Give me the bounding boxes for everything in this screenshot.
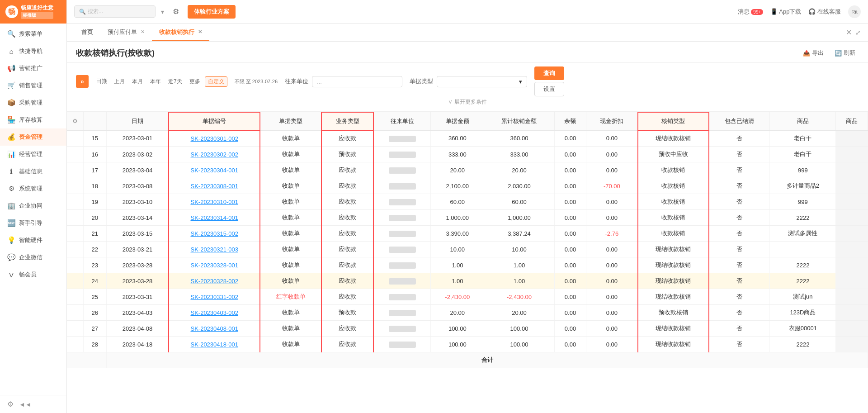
sidebar-item-label: 系统管理 bbox=[19, 185, 42, 193]
td-settings bbox=[67, 194, 83, 210]
td-discount: 0.00 bbox=[586, 210, 638, 226]
sidebar-item-enterprise[interactable]: 🏢 企业协同 bbox=[0, 197, 66, 214]
solution-button[interactable]: 体验行业方案 bbox=[188, 5, 236, 19]
tab-close-icon[interactable]: ✕ bbox=[141, 29, 145, 35]
doc-no-link[interactable]: SK-20230403-002 bbox=[190, 309, 238, 316]
content-area: 收款核销执行(按收款) 📤 导出 🔄 刷新 » 日期 上月 bbox=[67, 42, 868, 413]
doc-no-link[interactable]: SK-20230302-002 bbox=[190, 151, 238, 158]
message-icon[interactable]: 消息 99+ bbox=[738, 8, 764, 16]
date-last-7[interactable]: 近7天 bbox=[165, 77, 185, 86]
td-product: 999 bbox=[770, 194, 836, 210]
sidebar-item-guide[interactable]: 🆕 新手引导 bbox=[0, 214, 66, 232]
doc-no-link[interactable]: SK-20230331-002 bbox=[190, 294, 238, 300]
sidebar-item-search[interactable]: 🔍 搜索菜单 bbox=[0, 25, 66, 43]
doc-no-link[interactable]: SK-20230301-002 bbox=[190, 135, 238, 142]
date-custom[interactable]: 自定义 bbox=[205, 76, 227, 87]
td-partner bbox=[373, 178, 431, 194]
sidebar-item-purchase[interactable]: 📦 采购管理 bbox=[0, 94, 66, 111]
doc-no-link[interactable]: SK-20230328-002 bbox=[190, 278, 238, 285]
sidebar-item-label: 智能硬件 bbox=[19, 236, 42, 244]
table-row: 22 2023-03-21 SK-20230321-003 收款单 应收款 10… bbox=[67, 242, 868, 257]
logo-icon: 畅 bbox=[5, 5, 18, 18]
td-settings bbox=[67, 162, 83, 178]
partner-input[interactable]: ... bbox=[312, 76, 402, 87]
td-include-settled: 否 bbox=[709, 321, 770, 337]
col-settings-icon[interactable]: ⚙ bbox=[72, 118, 78, 124]
col-balance: 余额 bbox=[554, 112, 586, 130]
col-discount: 现金折扣 bbox=[586, 112, 638, 130]
close-window-icon[interactable]: ✕ bbox=[846, 28, 852, 37]
col-date: 日期 bbox=[107, 112, 169, 130]
td-product2 bbox=[836, 210, 868, 226]
export-button[interactable]: 📤 导出 bbox=[799, 47, 827, 59]
sidebar-item-hardware[interactable]: 💡 智能硬件 bbox=[0, 232, 66, 249]
doc-no-link[interactable]: SK-20230315-002 bbox=[190, 230, 238, 237]
sidebar-item-finance[interactable]: 💰 资金管理 bbox=[0, 128, 66, 146]
td-cancel-type: 现结收款核销 bbox=[638, 321, 709, 337]
maximize-icon[interactable]: ⤢ bbox=[855, 29, 861, 36]
sidebar-item-inventory[interactable]: 🏪 库存核算 bbox=[0, 111, 66, 128]
sidebar-item-basic[interactable]: ℹ 基础信息 bbox=[0, 163, 66, 180]
filter-settings-button[interactable]: 设置 bbox=[534, 82, 564, 96]
refresh-icon: 🔄 bbox=[835, 50, 842, 57]
sidebar-item-member[interactable]: V 畅会员 bbox=[0, 266, 66, 283]
td-seq: 19 bbox=[83, 194, 107, 210]
doc-no-link[interactable]: SK-20230314-001 bbox=[190, 214, 238, 221]
doc-no-link[interactable]: SK-20230308-001 bbox=[190, 183, 238, 190]
td-date: 2023-03-15 bbox=[107, 226, 169, 242]
date-this-month[interactable]: 本月 bbox=[129, 77, 146, 86]
user-avatar[interactable]: Rit bbox=[848, 5, 861, 18]
sidebar-item-system[interactable]: ⚙ 系统管理 bbox=[0, 180, 66, 197]
col-amount: 单据金额 bbox=[431, 112, 484, 130]
td-partner bbox=[373, 226, 431, 242]
sidebar-item-marketing[interactable]: 📢 营销推广 bbox=[0, 60, 66, 77]
sidebar-item-operation[interactable]: 📊 经营管理 bbox=[0, 146, 66, 163]
topbar: 🔍 搜索... ▾ ⚙ 体验行业方案 消息 99+ 📱 App下载 🎧 在线客服… bbox=[67, 0, 868, 24]
td-partner bbox=[373, 305, 431, 321]
td-biz-type: 预收款 bbox=[321, 147, 373, 162]
doctype-select[interactable]: ▾ bbox=[437, 76, 527, 87]
td-settings bbox=[67, 273, 83, 289]
td-settings bbox=[67, 130, 83, 147]
td-discount: 0.00 bbox=[586, 162, 638, 178]
topbar-chevron-icon[interactable]: ▾ bbox=[161, 8, 164, 15]
doc-no-link[interactable]: SK-20230408-001 bbox=[190, 325, 238, 332]
tab-collection-label: 收款核销执行 bbox=[159, 28, 194, 36]
td-date: 2023-03-28 bbox=[107, 273, 169, 289]
td-doc-no: SK-20230302-002 bbox=[169, 147, 260, 162]
sidebar-collapse-icon[interactable]: ◄◄ bbox=[19, 401, 32, 408]
td-date: 2023-04-03 bbox=[107, 305, 169, 321]
topbar-gear-icon[interactable]: ⚙ bbox=[170, 5, 182, 18]
td-discount: 0.00 bbox=[586, 147, 638, 162]
refresh-button[interactable]: 🔄 刷新 bbox=[831, 47, 859, 59]
td-product2 bbox=[836, 162, 868, 178]
date-this-year[interactable]: 本年 bbox=[147, 77, 164, 86]
tab-collection[interactable]: 收款核销执行 ✕ bbox=[152, 24, 209, 41]
tab-prepay[interactable]: 预付应付单 ✕ bbox=[100, 24, 152, 41]
doc-no-link[interactable]: SK-20230321-003 bbox=[190, 246, 238, 253]
sidebar-item-quick[interactable]: ⌂ 快捷导航 bbox=[0, 43, 66, 60]
sidebar-settings-icon[interactable]: ⚙ bbox=[7, 400, 14, 408]
query-button[interactable]: 查询 bbox=[534, 66, 564, 80]
doc-no-link[interactable]: SK-20230310-001 bbox=[190, 199, 238, 205]
sidebar-item-wechat[interactable]: 💬 企业微信 bbox=[0, 249, 66, 266]
app-download-link[interactable]: 📱 App下载 bbox=[770, 8, 801, 16]
td-product2 bbox=[836, 242, 868, 257]
td-include-settled: 否 bbox=[709, 147, 770, 162]
filter-expand-button[interactable]: » bbox=[76, 75, 89, 88]
date-more[interactable]: 更多 bbox=[187, 77, 203, 86]
topbar-search-box[interactable]: 🔍 搜索... bbox=[74, 5, 156, 18]
service-link[interactable]: 🎧 在线客服 bbox=[808, 8, 841, 16]
expand-more-button[interactable]: ∨ 展开更多条件 bbox=[448, 98, 486, 106]
td-cumulative: 100.00 bbox=[484, 321, 555, 337]
sidebar-item-label: 销售管理 bbox=[19, 81, 42, 90]
doc-no-link[interactable]: SK-20230328-001 bbox=[190, 262, 238, 269]
sidebar-item-sales[interactable]: 🛒 销售管理 bbox=[0, 77, 66, 94]
date-last-month[interactable]: 上月 bbox=[111, 77, 127, 86]
tab-close-active-icon[interactable]: ✕ bbox=[198, 29, 202, 35]
tab-home[interactable]: 首页 bbox=[74, 24, 100, 41]
doc-no-link[interactable]: SK-20230418-001 bbox=[190, 341, 238, 348]
col-settings[interactable]: ⚙ bbox=[67, 112, 83, 130]
doc-no-link[interactable]: SK-20230304-001 bbox=[190, 167, 238, 174]
td-amount: 1.00 bbox=[431, 257, 484, 273]
